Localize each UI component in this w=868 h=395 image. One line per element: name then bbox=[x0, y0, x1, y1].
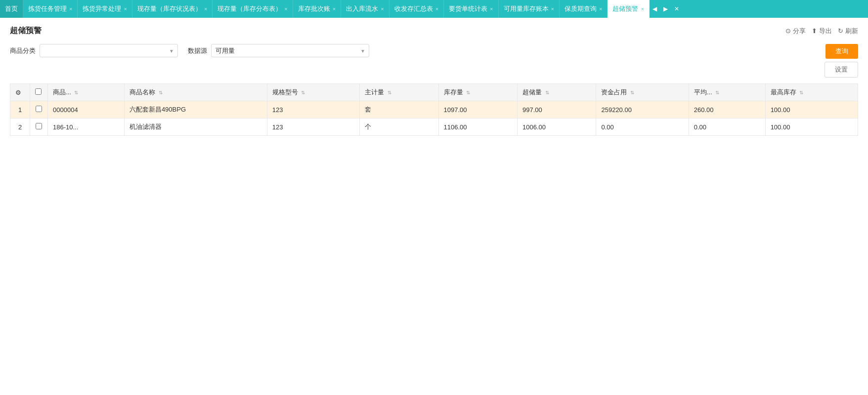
row-spec: 123 bbox=[267, 101, 359, 118]
nav-item-stock-dist[interactable]: 现存量（库存分布表） × bbox=[213, 0, 293, 18]
page-title: 超储预警 bbox=[10, 26, 42, 36]
row-spec: 123 bbox=[267, 118, 359, 136]
row-checkbox[interactable] bbox=[36, 123, 42, 129]
row-avg: 0.00 bbox=[689, 118, 765, 136]
sort-icon-code: ⇅ bbox=[74, 90, 78, 95]
filter-area: 商品分类 数据源 可用量 库存量 查询 设置 bbox=[10, 44, 858, 78]
row-checkbox-cell bbox=[30, 118, 48, 136]
sort-icon-stock: ⇅ bbox=[466, 90, 470, 95]
nav-next-button[interactable]: ▶ bbox=[660, 0, 671, 18]
select-all-checkbox[interactable] bbox=[35, 88, 42, 95]
table-row: 1 0000004 六配套新昌490BPG 123 套 1097.00 997.… bbox=[10, 101, 858, 118]
settings-button[interactable]: 设置 bbox=[825, 62, 858, 78]
row-avg: 260.00 bbox=[689, 101, 765, 118]
nav-item-task[interactable]: 拣货任务管理 × bbox=[23, 0, 78, 18]
datasource-select-wrapper: 可用量 库存量 bbox=[211, 44, 369, 57]
col-checkbox bbox=[30, 84, 48, 101]
filter-group: 商品分类 数据源 可用量 库存量 bbox=[10, 44, 369, 57]
row-checkbox-cell bbox=[30, 101, 48, 118]
nav-prev-button[interactable]: ◀ bbox=[650, 0, 660, 18]
category-label: 商品分类 bbox=[10, 46, 36, 55]
col-spec[interactable]: 规格型号 ⇅ bbox=[267, 84, 359, 101]
datasource-label: 数据源 bbox=[188, 46, 207, 55]
category-select[interactable] bbox=[40, 44, 178, 57]
col-avg[interactable]: 平均... ⇅ bbox=[689, 84, 765, 101]
button-group: 查询 设置 bbox=[821, 44, 858, 78]
category-filter: 商品分类 bbox=[10, 44, 178, 57]
refresh-button[interactable]: ↻ 刷新 bbox=[838, 27, 858, 36]
col-code[interactable]: 商品... ⇅ bbox=[48, 84, 125, 101]
top-nav: 首页 拣货任务管理 × 拣货异常处理 × 现存量（库存状况表） × 现存量（库存… bbox=[0, 0, 868, 18]
datasource-select[interactable]: 可用量 库存量 bbox=[211, 44, 369, 57]
close-icon[interactable]: × bbox=[204, 6, 207, 12]
row-capital: 259220.00 bbox=[596, 101, 689, 118]
row-unit: 个 bbox=[360, 118, 438, 136]
col-stock[interactable]: 库存量 ⇅ bbox=[438, 84, 517, 101]
close-icon[interactable]: × bbox=[551, 6, 554, 12]
nav-item-overstock[interactable]: 超储预警 × bbox=[608, 0, 649, 18]
row-num: 1 bbox=[10, 101, 30, 118]
data-table: ⚙ 商品... ⇅ 商品名称 ⇅ 规格型号 ⇅ 主计量 bbox=[10, 83, 858, 136]
row-checkbox[interactable] bbox=[36, 106, 42, 112]
page-content: 超储预警 ⊙ 分享 ⬆ 导出 ↻ 刷新 商品分类 bbox=[0, 18, 868, 395]
close-icon[interactable]: × bbox=[69, 6, 72, 12]
header-actions: ⊙ 分享 ⬆ 导出 ↻ 刷新 bbox=[785, 27, 858, 36]
row-stock: 1106.00 bbox=[438, 118, 517, 136]
export-icon: ⬆ bbox=[812, 27, 817, 35]
col-unit[interactable]: 主计量 ⇅ bbox=[360, 84, 438, 101]
nav-item-batch[interactable]: 库存批次账 × bbox=[293, 0, 341, 18]
close-icon[interactable]: × bbox=[435, 6, 438, 12]
row-code: 186-10... bbox=[48, 118, 125, 136]
nav-close-button[interactable]: ✕ bbox=[671, 0, 682, 18]
sort-icon-unit: ⇅ bbox=[388, 90, 391, 95]
nav-item-flow[interactable]: 出入库流水 × bbox=[341, 0, 389, 18]
close-icon[interactable]: × bbox=[381, 6, 384, 12]
datasource-filter: 数据源 可用量 库存量 bbox=[188, 44, 369, 57]
row-maxstock: 100.00 bbox=[765, 118, 858, 136]
table-header-row: ⚙ 商品... ⇅ 商品名称 ⇅ 规格型号 ⇅ 主计量 bbox=[10, 84, 858, 101]
sort-icon-maxstock: ⇅ bbox=[799, 90, 803, 95]
row-name: 机油滤清器 bbox=[124, 118, 267, 136]
row-name: 六配套新昌490BPG bbox=[124, 101, 267, 118]
sort-icon-capital: ⇅ bbox=[630, 90, 634, 95]
col-settings: ⚙ bbox=[10, 84, 30, 101]
share-icon: ⊙ bbox=[785, 27, 791, 35]
sort-icon-name: ⇅ bbox=[159, 90, 163, 95]
nav-item-quality[interactable]: 保质期查询 × bbox=[560, 0, 608, 18]
export-button[interactable]: ⬆ 导出 bbox=[812, 27, 832, 36]
refresh-icon: ↻ bbox=[838, 27, 843, 35]
table-row: 2 186-10... 机油滤清器 123 个 1106.00 1006.00 … bbox=[10, 118, 858, 136]
nav-item-order-stat[interactable]: 要货单统计表 × bbox=[444, 0, 498, 18]
category-select-wrapper bbox=[40, 44, 178, 57]
gear-icon[interactable]: ⚙ bbox=[15, 89, 21, 96]
close-icon[interactable]: × bbox=[599, 6, 602, 12]
sort-icon-avg: ⇅ bbox=[715, 90, 719, 95]
close-icon[interactable]: × bbox=[641, 6, 644, 12]
row-overstock: 997.00 bbox=[517, 101, 596, 118]
row-unit: 套 bbox=[360, 101, 438, 118]
col-overstock[interactable]: 超储量 ⇅ bbox=[517, 84, 596, 101]
close-icon[interactable]: × bbox=[124, 6, 127, 12]
nav-item-home[interactable]: 首页 bbox=[0, 0, 23, 18]
row-capital: 0.00 bbox=[596, 118, 689, 136]
col-capital[interactable]: 资金占用 ⇅ bbox=[596, 84, 689, 101]
sort-icon-spec: ⇅ bbox=[301, 90, 305, 95]
sort-icon-overstock: ⇅ bbox=[545, 90, 549, 95]
close-icon[interactable]: × bbox=[490, 6, 493, 12]
table-body: 1 0000004 六配套新昌490BPG 123 套 1097.00 997.… bbox=[10, 101, 858, 136]
nav-item-exception[interactable]: 拣货异常处理 × bbox=[78, 0, 132, 18]
col-maxstock[interactable]: 最高库存 ⇅ bbox=[765, 84, 858, 101]
row-code: 0000004 bbox=[48, 101, 125, 118]
col-name[interactable]: 商品名称 ⇅ bbox=[124, 84, 267, 101]
page-header: 超储预警 ⊙ 分享 ⬆ 导出 ↻ 刷新 bbox=[10, 26, 858, 36]
row-maxstock: 100.00 bbox=[765, 101, 858, 118]
nav-item-stock-status[interactable]: 现存量（库存状况表） × bbox=[132, 0, 213, 18]
close-icon[interactable]: × bbox=[333, 6, 336, 12]
nav-item-available[interactable]: 可用量库存账本 × bbox=[499, 0, 560, 18]
close-icon[interactable]: × bbox=[284, 6, 287, 12]
share-button[interactable]: ⊙ 分享 bbox=[785, 27, 806, 36]
nav-item-summary[interactable]: 收发存汇总表 × bbox=[390, 0, 444, 18]
row-num: 2 bbox=[10, 118, 30, 136]
query-button[interactable]: 查询 bbox=[825, 44, 858, 59]
row-stock: 1097.00 bbox=[438, 101, 517, 118]
